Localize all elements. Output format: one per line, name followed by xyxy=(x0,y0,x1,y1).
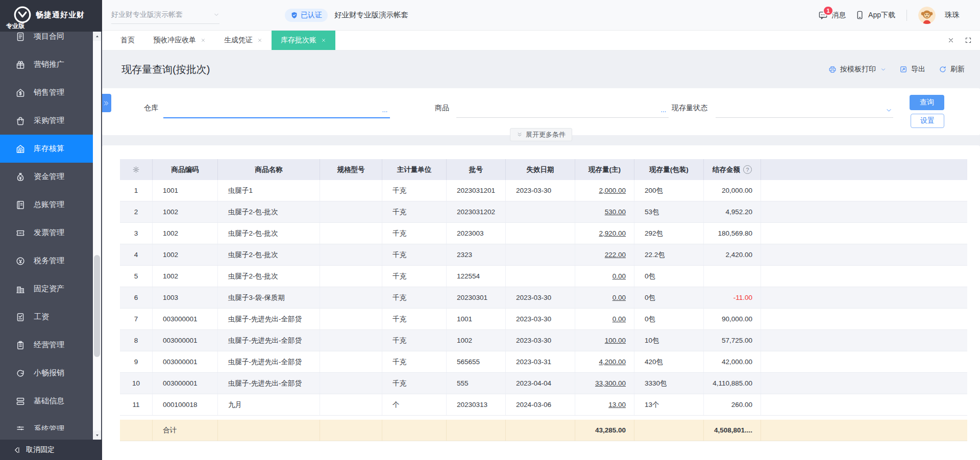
cell-name: 虫腿子-先进先出-全部贷 xyxy=(218,309,320,329)
sidebar-item[interactable]: 工资 xyxy=(0,303,93,331)
cell-expiry xyxy=(506,201,575,222)
qty-main-link[interactable]: 0.00 xyxy=(612,315,626,323)
messages-badge: 1 xyxy=(823,6,834,16)
total-cell-spec xyxy=(320,420,382,441)
cell-spec xyxy=(320,351,382,372)
qty-main-link[interactable]: 13.00 xyxy=(608,401,626,408)
expand-more-filters-button[interactable]: 展开更多条件 xyxy=(510,128,572,141)
sidebar-item[interactable]: 发票管理 xyxy=(0,219,93,247)
cell-spec xyxy=(320,309,382,329)
refresh-icon xyxy=(939,65,947,73)
sidebar-item[interactable]: 经营管理 xyxy=(0,331,93,359)
fullscreen-icon[interactable] xyxy=(965,37,972,44)
qty-main-link[interactable]: 100.00 xyxy=(605,337,626,344)
tab-close-icon[interactable] xyxy=(201,38,206,43)
gear-icon[interactable] xyxy=(132,166,140,173)
help-icon[interactable]: ? xyxy=(743,165,752,174)
cell-name: 虫腿子2-包-批次 xyxy=(218,244,320,265)
tab[interactable]: 生成凭证 xyxy=(215,31,272,50)
qty-main-link[interactable]: 2,920.00 xyxy=(599,229,626,237)
table-row: 51002虫腿子2-包-批次千克1225540.000包 xyxy=(120,266,967,287)
qty-main-link[interactable]: 33,300.00 xyxy=(595,379,626,387)
page-title: 现存量查询(按批次) xyxy=(121,63,210,76)
basic-info-icon xyxy=(15,396,26,406)
scroll-down-button[interactable] xyxy=(93,430,101,440)
total-cell-qty-pack xyxy=(634,420,704,441)
tab-close-icon[interactable] xyxy=(321,38,326,43)
tab[interactable]: 首页 xyxy=(111,31,144,50)
cell-spec xyxy=(320,373,382,394)
cell-amount: 20,000.00 xyxy=(704,180,761,201)
unpin-sidebar-button[interactable]: 取消固定 xyxy=(0,440,102,460)
tab[interactable]: 预收冲应收单 xyxy=(144,31,215,50)
qty-main-link[interactable]: 4,200.00 xyxy=(599,358,626,366)
cell-name: 虫腿子2-包-批次 xyxy=(218,223,320,244)
sidebar-item[interactable]: 税务管理 xyxy=(0,247,93,275)
sidebar-item[interactable]: 采购管理 xyxy=(0,107,93,135)
print-label: 按模板打印 xyxy=(840,65,876,74)
sidebar-item[interactable]: 小畅报销 xyxy=(0,359,93,387)
cell-amount: -11.00 xyxy=(704,287,761,308)
printer-icon xyxy=(828,65,837,73)
messages-label: 消息 xyxy=(831,11,846,20)
sidebar-item[interactable]: 销售管理 xyxy=(0,79,93,107)
refresh-button[interactable]: 刷新 xyxy=(939,65,965,74)
account-select[interactable]: 好业财专业版演示帐套 xyxy=(111,6,219,24)
invoice-icon xyxy=(15,228,26,238)
cell-code: 1001 xyxy=(153,180,218,201)
sidebar-item[interactable]: 资金管理 xyxy=(0,163,93,191)
cell-batch: 2323 xyxy=(447,244,506,265)
more-dots-icon[interactable] xyxy=(381,109,389,115)
tab-label: 首页 xyxy=(120,36,135,45)
tab[interactable]: 库存批次账 xyxy=(272,31,335,50)
qty-main-link[interactable]: 222.00 xyxy=(605,251,626,259)
sidebar-item[interactable]: 总账管理 xyxy=(0,191,93,219)
cell-spec xyxy=(320,201,382,222)
avatar[interactable] xyxy=(918,7,936,24)
qty-main-link[interactable]: 0.00 xyxy=(612,294,626,301)
app-download-button[interactable]: App下载 xyxy=(855,10,895,20)
sidebar-item[interactable]: 系统管理 xyxy=(0,415,93,430)
qty-main-link[interactable]: 2,000.00 xyxy=(599,187,626,194)
tab-label: 生成凭证 xyxy=(224,36,253,45)
operations-icon xyxy=(15,340,26,350)
more-dots-icon[interactable] xyxy=(659,109,668,115)
sidebar-item-label: 系统管理 xyxy=(34,424,64,430)
fixed-assets-icon xyxy=(15,284,26,294)
stock-status-select[interactable] xyxy=(716,100,893,118)
qty-main-link[interactable]: 530.00 xyxy=(605,208,626,216)
table-row: 41002虫腿子2-包-批次千克2323222.0022.2包2,420.00 xyxy=(120,244,967,266)
sidebar-item[interactable]: 固定资产 xyxy=(0,275,93,303)
cell-unit: 千克 xyxy=(382,309,447,329)
sidebar-item[interactable]: 项目合同 xyxy=(0,32,93,50)
goods-input[interactable] xyxy=(456,100,669,118)
sidebar-item[interactable]: 营销推广 xyxy=(0,50,93,79)
sidebar-item[interactable]: 基础信息 xyxy=(0,387,93,415)
print-by-template-button[interactable]: 按模板打印 xyxy=(828,65,886,74)
cell-expiry: 2023-03-30 xyxy=(506,330,575,351)
scroll-up-button[interactable] xyxy=(93,32,101,41)
column-header: 商品名称 xyxy=(218,159,320,180)
scrollbar-thumb[interactable] xyxy=(94,255,100,357)
cell-unit: 个 xyxy=(382,394,447,415)
goods-label: 商品 xyxy=(435,104,449,113)
toolbar: 按模板打印 导出 刷新 xyxy=(828,65,965,74)
cell-unit: 千克 xyxy=(382,266,447,287)
verified-badge: 已认证 xyxy=(285,9,328,22)
sidebar-item[interactable]: 库存核算 xyxy=(0,135,93,163)
close-all-tabs-icon[interactable] xyxy=(947,37,954,44)
export-button[interactable]: 导出 xyxy=(899,65,925,74)
sidebar-scrollbar[interactable] xyxy=(93,32,101,440)
total-cell-filler xyxy=(761,420,967,441)
qty-main-link[interactable]: 0.00 xyxy=(612,272,626,280)
cell-unit: 千克 xyxy=(382,287,447,308)
settings-button[interactable]: 设置 xyxy=(911,114,944,128)
tabs: 首页预收冲应收单生成凭证库存批次账 xyxy=(111,31,335,50)
tab-close-icon[interactable] xyxy=(257,38,262,43)
query-button[interactable]: 查询 xyxy=(910,95,944,110)
column-header-label: 商品编码 xyxy=(172,165,199,174)
cell-row-number: 10 xyxy=(120,373,153,394)
column-header-label: 现存量(包装) xyxy=(649,165,689,174)
warehouse-input[interactable] xyxy=(163,100,390,118)
messages-button[interactable]: 1 消息 xyxy=(818,10,846,20)
